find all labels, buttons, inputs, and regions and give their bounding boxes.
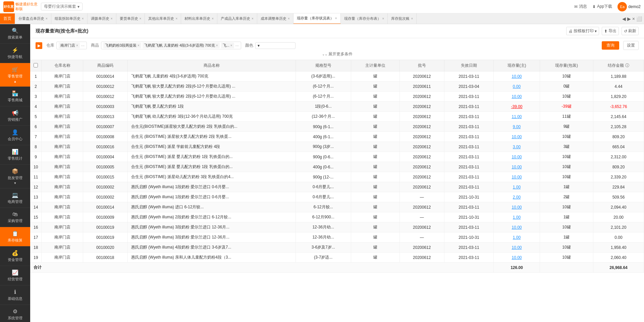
tab-disassemble[interactable]: 组装拆卸单历史 × [51,13,88,24]
sidebar: 🔍 搜索菜单 ⚡ 快捷导航 🛒 零售管理 ▲ 🏪 零售商城 📢 营销推广 👤 会… [0,24,30,322]
warehouse-tag-container[interactable]: 南岸门店 × ··· [56,42,87,49]
sidebar-item-ecom[interactable]: 💻 电商管理 [0,189,30,208]
tab-material-out[interactable]: 材料出库单历史 × [181,13,217,24]
row-qty-main[interactable]: 2.00 [494,192,540,202]
tab-close-stock-status[interactable]: × [335,16,337,20]
tab-home[interactable]: 首页 [0,13,15,24]
message-btn[interactable]: ✉ 消息 [574,4,587,9]
row-qty-main[interactable]: 10.00 [494,172,540,182]
tab-cost-adjust[interactable]: 成本调整单历史 × [257,13,293,24]
product-tag-container[interactable]: 飞鹤奶粉3段两提装 × 飞鹤星飞帆 儿童奶粉 4段(3-6岁适用) 700克 ×… [101,42,241,49]
row-qty-main[interactable]: 1.00 [494,212,540,222]
tab-close-disassemble[interactable]: × [82,17,84,20]
expand-more-btn[interactable]: ⌄⌄ 展开更多条件 [36,51,639,57]
row-qty-main[interactable]: 10.00 [494,253,540,263]
row-qty-main[interactable]: 9.00 [494,122,540,132]
row-num: 13 [30,192,42,202]
tab-close-stock-dist[interactable]: × [382,17,384,20]
tab-close-requisition[interactable]: × [140,17,142,20]
sidebar-item-member[interactable]: 👤 会员中心 [0,126,30,145]
row-code: 00100015 [83,172,127,182]
sidebar-item-shop[interactable]: 🏪 零售商城 [0,87,30,106]
row-qty-main[interactable]: 1.00 [494,182,540,192]
sidebar-item-stat[interactable]: 📊 零售统计 [0,145,30,165]
row-qty-main[interactable]: 11.00 [494,112,540,122]
tabs-prev-btn[interactable]: ◀ [622,16,626,21]
row-qty-main[interactable]: 10.00 [494,243,540,253]
tab-close-split[interactable]: × [46,17,48,20]
row-spec: (6-12个月... [296,82,351,92]
row-unit: 罐 [351,82,399,92]
sidebar-item-stock[interactable]: 📋 库存核算 [0,227,30,247]
row-qty-main[interactable]: 3.00 [494,142,540,152]
search-icon: 🔍 [12,28,18,34]
remove-product-tag-1[interactable]: × [138,44,140,47]
tab-product-in[interactable]: 产成品入库单历史 × [217,13,257,24]
sidebar-item-retail[interactable]: 🛒 零售管理 ▲ [0,63,30,87]
tab-stock-dist[interactable]: 现存量（库存分布表） × [341,13,388,24]
row-warehouse: 南岸门店 [42,212,83,222]
row-qty-main[interactable]: 10.00 [494,222,540,232]
row-qty-main[interactable]: 10.00 [494,162,540,172]
tab-split[interactable]: 分量盘点单历史 × [15,13,51,24]
warehouse-more[interactable]: ··· [81,43,85,48]
user-area[interactable]: Ea demo2 [618,2,641,11]
tab-batch[interactable]: 库存批次账 × [388,13,417,24]
sidebar-item-finance[interactable]: 💰 资金管理 [0,247,30,266]
sidebar-item-wholesale[interactable]: 📦 批发管理 ▼ [0,165,30,189]
remove-product-tag-3[interactable]: × [230,44,232,47]
row-qty-main[interactable]: -39.00 [494,102,540,112]
row-qty-main[interactable]: 10.00 [494,71,540,82]
row-qty-main[interactable]: 10.00 [494,132,540,142]
row-amount: 20.00 [593,212,644,222]
biz-selector[interactable]: 母婴行业演示账套 ▾ [41,3,83,10]
sidebar-item-marketing[interactable]: 📢 营销推广 [0,106,30,126]
tab-close-product-in[interactable]: × [252,17,254,20]
sidebar-item-operation[interactable]: 📈 经营管理 [0,266,30,285]
remove-product-tag-2[interactable]: × [216,44,218,47]
table-row: 7 南岸门店 00100008 合生元 (BIOSTIME) 派星较大婴儿配方奶… [30,132,644,142]
col-batch: 批号 [399,60,444,71]
row-spec: (3-6岁适用)... [296,71,351,82]
row-qty-main[interactable]: 1.00 [494,232,540,243]
row-qty-main[interactable]: 10.00 [494,92,540,102]
tab-close-batch[interactable]: × [411,17,413,20]
sidebar-item-system[interactable]: ⚙ 系统管理 [0,305,30,322]
tab-close-other-out[interactable]: × [175,17,177,20]
print-btn[interactable]: 🖨 按模板打印 ▾ [566,27,599,35]
select-all-checkbox[interactable] [34,63,38,67]
row-qty-main[interactable]: 10.00 [494,202,540,212]
tab-close-material-out[interactable]: × [212,17,214,20]
tab-adjust[interactable]: 调拨单历史 × [88,13,116,24]
row-spec: 12-36月幼... [296,232,351,243]
tab-stock-status[interactable]: 现存量（库存状况表） × [293,13,341,24]
row-qty-main[interactable]: 10.00 [494,152,540,162]
sidebar-item-base[interactable]: ℹ 基础信息 [0,285,30,305]
tabs-close-btn[interactable]: × [632,16,635,21]
product-more[interactable]: ··· [235,43,239,48]
tab-close-cost-adjust[interactable]: × [288,17,290,20]
tab-other-out[interactable]: 其他出库单历史 × [145,13,181,24]
row-amount: 2,105.28 [593,122,644,132]
color-tag-container[interactable]: ▾ [255,42,296,49]
tab-close-adjust[interactable]: × [111,17,113,20]
app-download-btn[interactable]: ⬇ App下载 [592,4,612,9]
row-unit: 罐 [351,92,399,102]
remove-warehouse-tag[interactable]: × [76,44,78,47]
row-num: 15 [30,212,42,222]
search-btn[interactable]: 查询 [602,41,619,50]
refresh-btn[interactable]: ↺ 刷新 [622,27,639,35]
expand-filter-btn[interactable]: ▶ [36,42,42,49]
tab-requisition[interactable]: 要货单历史 × [116,13,145,24]
tabs-expand-btn[interactable]: ⬜ [636,16,642,21]
sidebar-item-purchase[interactable]: 🛍 采购管理 [0,208,30,227]
setting-btn[interactable]: 设置 [623,41,639,50]
row-batch: — [399,212,444,222]
sidebar-item-search[interactable]: 🔍 搜索菜单 [0,24,30,44]
row-unit: 罐 [351,142,399,152]
sidebar-item-quick[interactable]: ⚡ 快捷导航 [0,44,30,63]
export-btn[interactable]: ⬆ 导出 [602,27,619,35]
table-row: 11 南岸门店 00100015 合生元 (BIOSTIME) 派星幼儿配方奶粉… [30,172,644,182]
row-qty-main[interactable]: 0.00 [494,82,540,92]
tabs-next-btn[interactable]: ▶ [627,16,631,21]
